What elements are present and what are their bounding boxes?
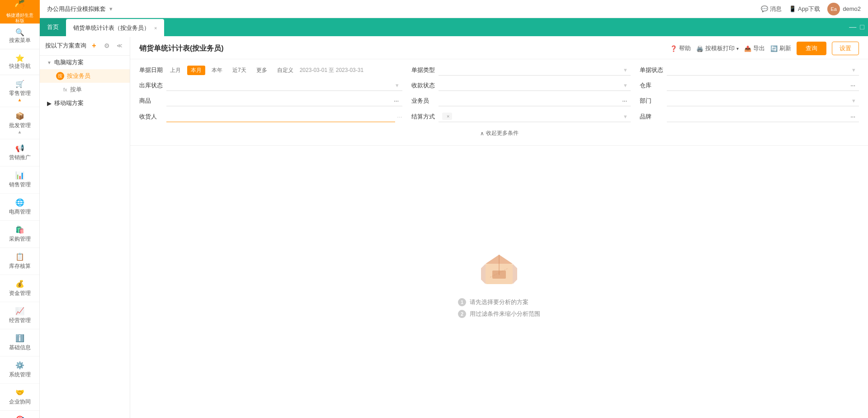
finance-icon: 💰 [15,280,24,288]
tree-child-byorder[interactable]: fx 按单 [40,83,130,96]
receiver-more-icon[interactable]: ··· [397,113,402,120]
query-button[interactable]: 查询 [797,42,826,55]
goods-label: 商品 [139,97,166,105]
topbar-dropdown-icon[interactable]: ▾ [109,5,113,12]
scheme-label-order: 按单 [70,86,82,94]
scheme-label-salesperson: 按业务员 [67,72,90,80]
refresh-btn[interactable]: 🔄 刷新 [770,44,791,52]
sidebar-item-retail[interactable]: 🛒 零售管理 ▲ [0,75,39,107]
tree-child-salesperson[interactable]: 按 按业务员 [40,69,130,83]
tree-node-desktop[interactable]: ▼ 电脑端方案 [40,56,130,69]
empty-step-2: 2 用过滤条件来缩小分析范围 [458,310,540,318]
filter-order-type: 单据类型 ▾ [411,65,631,76]
sidebar-item-operation[interactable]: 📈 经营管理 [0,302,39,329]
dept-select[interactable]: ▾ [667,95,859,106]
sales-icon: 📊 [15,171,24,180]
logo-subtext: 标版 [15,18,24,24]
tab-close-btn[interactable]: × [154,25,157,31]
collapse-panel-btn[interactable]: ≪ [114,41,124,51]
date-week-btn[interactable]: 近7天 [229,66,250,75]
warehouse-select[interactable]: ··· [667,80,859,91]
sidebar-item-basic[interactable]: ℹ️ 基础信息 [0,329,39,356]
sidebar-item-inventory[interactable]: 📋 库存核算 [0,248,39,275]
inventory-icon: 📋 [15,252,24,261]
settings-scheme-btn[interactable]: ⚙ [102,41,112,51]
print-icon: 🖨️ [696,45,703,52]
payment-select[interactable]: × ▾ [439,111,631,122]
dept-label: 部门 [640,97,667,105]
filter-out-status: 出库状态 ▾ [139,80,402,91]
date-range-text: 2023-03-01 至 2023-03-31 [300,66,363,74]
salesperson-more-icon[interactable]: ··· [622,97,627,104]
date-cur-btn[interactable]: 本月 [187,66,205,75]
sidebar-item-finance[interactable]: 💰 资金管理 [0,275,39,302]
settings-button[interactable]: 设置 [832,42,859,55]
brand-more-icon[interactable]: ··· [850,113,855,120]
filter-warehouse: 仓库 ··· [640,80,859,91]
left-panel-title: 按以下方案查询 [45,42,86,50]
tree-node-mobile[interactable]: ▶ 移动端方案 [40,96,130,110]
empty-steps: 1 请先选择要分析的方案 2 用过滤条件来缩小分析范围 [458,298,540,318]
order-type-dropdown-icon: ▾ [624,66,627,73]
tab-home[interactable]: 首页 [40,18,66,36]
date-filter-buttons: 上月 本月 本年 近7天 更多 自定义 [166,66,297,75]
purchase-icon: 🛍️ [15,225,24,234]
warehouse-more-icon[interactable]: ··· [850,82,855,89]
tab-minimize-btn[interactable]: — [849,23,856,31]
app-download-btn[interactable]: 📱 App下载 [789,5,820,13]
retail-icon: 🛒 [15,80,24,88]
operation-icon: 📈 [15,307,24,315]
logo: 🍊 畅捷通好生意 标版 [0,0,40,24]
collapse-filter-btn[interactable]: ∧ 收起更多条件 [139,127,859,140]
sidebar-item-ecommerce[interactable]: 🌐 电商管理 [0,194,39,221]
step-num-2: 2 [458,310,466,318]
sidebar-item-enterprise[interactable]: 🤝 企业协同 [0,384,39,411]
date-custom-btn[interactable]: 自定义 [274,66,297,75]
receipt-status-label: 收款状态 [411,81,439,90]
sidebar-item-marketing[interactable]: 📢 营销推广 [0,139,39,166]
refresh-icon: 🔄 [770,45,778,52]
order-type-select[interactable]: ▾ [439,65,631,76]
sidebar-item-system[interactable]: ⚙️ 系统管理 [0,356,39,384]
payment-tag-close[interactable]: × [447,114,449,119]
order-status-select[interactable]: ▾ [667,65,859,76]
sidebar-item-quicknav[interactable]: ⭐ 快捷导航 [0,49,39,75]
topbar-left: 办公用品行业模拟账套 ▾ [47,5,113,13]
print-btn[interactable]: 🖨️ 按模板打印 ▾ [696,44,739,52]
sidebar-item-sales[interactable]: 📊 销售管理 [0,166,39,194]
func-icon: fx [63,87,67,92]
add-scheme-btn[interactable]: + [89,41,99,51]
sidebar-item-guide[interactable]: 🎯 新手引导 [0,411,39,418]
avatar: Ea [827,3,840,15]
user-menu[interactable]: Ea demo2 [827,3,861,15]
sidebar-item-purchase[interactable]: 🛍️ 采购管理 [0,221,39,248]
payment-dropdown-icon: ▾ [624,113,627,120]
system-icon: ⚙️ [15,361,24,370]
right-panel: 销货单统计计表(按业务员) ❓ 帮助 🖨️ 按模板打印 ▾ 📤 导出 [130,36,868,418]
order-status-label: 单据状态 [640,66,667,74]
date-more-btn[interactable]: 更多 [253,66,271,75]
goods-more-icon[interactable]: ··· [394,97,399,104]
receipt-status-select[interactable]: ▾ [439,80,631,91]
out-status-select[interactable]: ▾ [166,80,402,91]
filter-row-1: 单据日期 上月 本月 本年 近7天 更多 自定义 2023-03-01 至 20… [139,65,859,76]
help-btn[interactable]: ❓ 帮助 [670,44,691,52]
ecommerce-icon: 🌐 [15,198,24,207]
sidebar-item-wholesale[interactable]: 📦 批发管理 ▲ [0,107,39,139]
salesperson-select[interactable]: ··· [439,95,631,106]
filter-salesperson: 业务员 ··· [411,95,631,106]
message-btn[interactable]: 💬 消息 [761,5,782,13]
sidebar-item-search[interactable]: 🔍 搜索菜单 [0,24,39,49]
date-prev-btn[interactable]: 上月 [166,66,184,75]
tab-maximize-btn[interactable]: □ [860,23,864,31]
export-btn[interactable]: 📤 导出 [744,44,765,52]
main-area: 办公用品行业模拟账套 ▾ 💬 消息 📱 App下载 Ea demo2 首页 销货… [40,0,868,418]
svg-marker-5 [513,264,517,284]
brand-select[interactable]: ··· [667,111,859,122]
scheme-icon-salesperson: 按 [56,72,64,80]
goods-select[interactable]: ··· [166,95,402,106]
receiver-input[interactable] [166,111,395,122]
filter-row-2: 出库状态 ▾ 收款状态 ▾ 仓库 [139,80,859,91]
date-year-btn[interactable]: 本年 [208,66,226,75]
tab-active[interactable]: 销货单统计计表（按业务员） × [66,19,164,37]
